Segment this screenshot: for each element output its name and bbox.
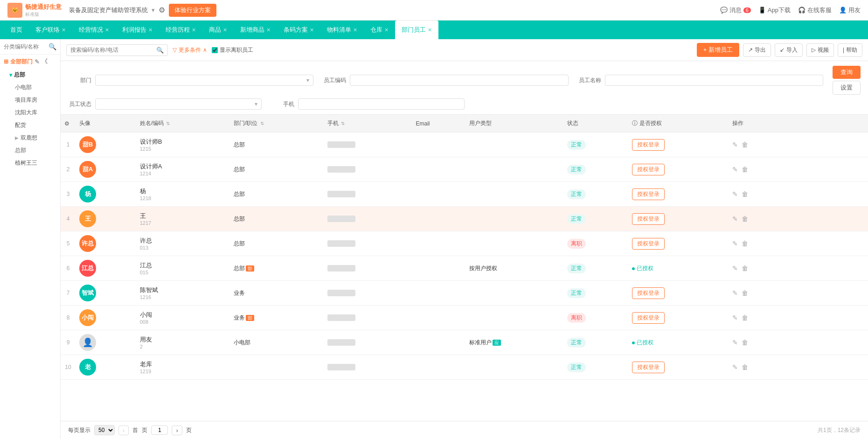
emp-code-input[interactable] <box>350 75 568 86</box>
nav-tab-bom[interactable]: 物料清单 ✕ <box>320 21 364 39</box>
close-icon[interactable]: ✕ <box>384 27 389 33</box>
close-icon[interactable]: ✕ <box>105 27 109 33</box>
col-phone[interactable]: 手机 ⇅ <box>324 115 412 132</box>
close-icon[interactable]: ✕ <box>353 27 357 33</box>
dept-item-shuanglu[interactable]: ▶ 双鹿想 <box>11 132 60 144</box>
query-button[interactable]: 查询 <box>833 66 861 79</box>
dept-item-shenyang[interactable]: 沈阳大库 <box>11 106 60 119</box>
prev-btn[interactable]: ‹ <box>118 425 129 435</box>
nav-tab-operation[interactable]: 经营情况 ✕ <box>72 21 116 39</box>
edit-icon[interactable]: ✎ <box>732 190 738 198</box>
table-row: 10老老库1219 正常授权登录✎🗑 <box>61 355 868 380</box>
help-button[interactable]: | 帮助 <box>838 43 862 57</box>
system-title-arrow[interactable]: ▾ <box>152 7 155 14</box>
video-button[interactable]: ▷ 视频 <box>806 43 834 57</box>
op-icons: ✎🗑 <box>732 240 864 247</box>
emp-name-input[interactable] <box>605 75 823 86</box>
more-conditions-btn[interactable]: ▽ 更多条件 ∧ <box>173 46 207 54</box>
delete-icon[interactable]: 🗑 <box>742 166 748 173</box>
nav-tab-home[interactable]: 首页 <box>4 21 29 39</box>
delete-icon[interactable]: 🗑 <box>742 190 748 198</box>
total-pages: 页 <box>186 426 192 434</box>
nav-tab-goods[interactable]: 商品 ✕ <box>202 21 234 39</box>
auth-button[interactable]: 授权登录 <box>632 312 665 324</box>
close-icon[interactable]: ✕ <box>310 27 314 33</box>
nav-tab-add-goods[interactable]: 新增商品 ✕ <box>234 21 277 39</box>
dept-item-peihuo[interactable]: 配货 <box>11 119 60 132</box>
col-settings-icon[interactable]: ⚙ <box>61 115 76 132</box>
export-button[interactable]: ↗ 导出 <box>743 43 771 57</box>
close-icon[interactable]: ✕ <box>428 27 432 33</box>
user-avatar[interactable]: 👤 用友 <box>839 6 861 14</box>
close-icon[interactable]: ✕ <box>62 27 66 33</box>
edit-icon[interactable]: ✎ <box>732 166 738 173</box>
auth-button[interactable]: 授权登录 <box>632 164 665 175</box>
edit-icon[interactable]: ✎ <box>732 215 738 223</box>
edit-icon[interactable]: ✎ <box>732 141 738 148</box>
cell-email <box>412 281 466 306</box>
auth-button[interactable]: 授权登录 <box>632 139 665 151</box>
search-icon[interactable]: 🔍 <box>156 47 164 54</box>
delete-icon[interactable]: 🗑 <box>742 314 748 321</box>
page-input[interactable] <box>151 425 168 435</box>
import-button[interactable]: ↙ 导入 <box>775 43 803 57</box>
delete-icon[interactable]: 🗑 <box>742 240 748 247</box>
app-download-btn[interactable]: 📱 App下载 <box>758 6 791 14</box>
auth-button[interactable]: 授权登录 <box>632 287 665 299</box>
next-btn[interactable]: › <box>172 425 182 435</box>
edit-icon[interactable]: ✎ <box>35 58 40 65</box>
logo-text: 畅捷通好生意 标准版 <box>25 3 62 18</box>
col-name[interactable]: 姓名/编码 ⇅ <box>136 115 230 132</box>
dept-select[interactable]: ▾ <box>95 75 313 86</box>
all-depts-header[interactable]: ⊞ 全部部门 ✎ 《 <box>0 55 60 69</box>
nav-tab-employees[interactable]: 部门员工 ✕ <box>395 21 438 39</box>
show-resign-checkbox[interactable] <box>212 47 218 53</box>
gear-icon[interactable]: ⚙ <box>159 6 165 14</box>
delete-icon[interactable]: 🗑 <box>742 339 748 346</box>
nav-tab-profit[interactable]: 利润报告 ✕ <box>116 21 159 39</box>
delete-icon[interactable]: 🗑 <box>742 363 748 371</box>
edit-icon[interactable]: ✎ <box>732 363 738 371</box>
auth-button[interactable]: 授权登录 <box>632 362 665 373</box>
nav-tab-customer[interactable]: 客户联络 ✕ <box>29 21 72 39</box>
dept-item-xiaodian[interactable]: 小电部 <box>11 81 60 94</box>
delete-icon[interactable]: 🗑 <box>742 265 748 272</box>
nav-tab-warehouse[interactable]: 仓库 ✕ <box>364 21 395 39</box>
phone-input[interactable] <box>298 98 465 110</box>
avatar: 小闯 <box>79 309 96 326</box>
nav-tab-barcode[interactable]: 条码方案 ✕ <box>277 21 320 39</box>
close-icon[interactable]: ✕ <box>192 27 196 33</box>
collapse-icon[interactable]: 《 <box>42 57 48 66</box>
per-page-select[interactable]: 50 <box>94 425 115 435</box>
cell-usertype: 按用户授权 <box>465 256 563 281</box>
message-btn[interactable]: 💬 消息 6 <box>720 6 751 14</box>
auth-button[interactable]: 授权登录 <box>632 238 665 250</box>
col-dept[interactable]: 部门/职位 ⇅ <box>230 115 324 132</box>
delete-icon[interactable]: 🗑 <box>742 141 748 148</box>
close-icon[interactable]: ✕ <box>148 27 153 33</box>
edit-icon[interactable]: ✎ <box>732 265 738 272</box>
edit-icon[interactable]: ✎ <box>732 339 738 346</box>
dept-item-zongbu-parent[interactable]: ▾ 总部 <box>6 69 60 81</box>
edit-icon[interactable]: ✎ <box>732 240 738 247</box>
close-icon[interactable]: ✕ <box>266 27 271 33</box>
delete-icon[interactable]: 🗑 <box>742 215 748 223</box>
auth-button[interactable]: 授权登录 <box>632 188 665 200</box>
trial-button[interactable]: 体验行业方案 <box>169 4 216 17</box>
filter-search-input[interactable] <box>70 47 154 53</box>
add-employee-button[interactable]: + 新增员工 <box>697 43 739 57</box>
edit-icon[interactable]: ✎ <box>732 314 738 321</box>
online-support-btn[interactable]: 🎧 在线客服 <box>798 6 832 14</box>
sidebar-search-input[interactable] <box>4 43 49 50</box>
delete-icon[interactable]: 🗑 <box>742 289 748 297</box>
dept-item-zongbu[interactable]: 总部 <box>11 144 60 157</box>
close-icon[interactable]: ✕ <box>223 27 227 33</box>
auth-button[interactable]: 授权登录 <box>632 213 665 225</box>
table-row: 4王王1217总部 正常授权登录✎🗑 <box>61 207 868 231</box>
edit-icon[interactable]: ✎ <box>732 289 738 297</box>
dept-item-project[interactable]: 项目库房 <box>11 94 60 106</box>
nav-tab-history[interactable]: 经营历程 ✕ <box>159 21 202 39</box>
set-button[interactable]: 设置 <box>833 81 861 95</box>
status-select[interactable]: ▾ <box>95 98 262 110</box>
dept-item-zhishu[interactable]: 植树王三 <box>11 157 60 169</box>
